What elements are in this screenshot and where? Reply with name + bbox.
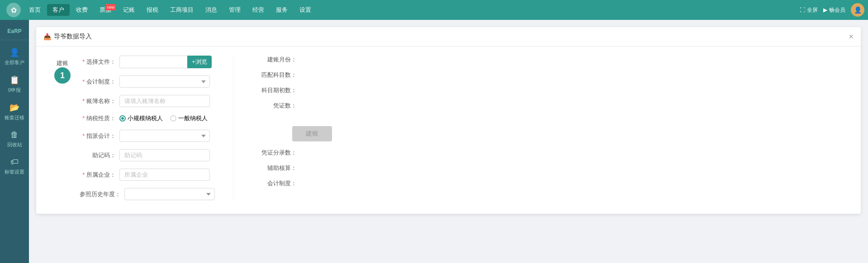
- fullscreen-icon: ⛶: [800, 7, 805, 13]
- sidebar-item-label: 0申报: [8, 87, 21, 94]
- radio-dot-general: [170, 115, 176, 122]
- sidebar-item-label: 账套迁移: [5, 114, 24, 121]
- memo-input[interactable]: [119, 149, 210, 161]
- radio-general[interactable]: 一般纳税人: [170, 114, 208, 122]
- tag-settings-icon: 🏷: [10, 157, 19, 167]
- nav-item-经营[interactable]: 经营: [247, 4, 270, 16]
- nav-item-首页[interactable]: 首页: [24, 4, 46, 16]
- top-nav: ✿ 首页客户收费票据new记账报税工商项目消息管理经营服务设置 ⛶ 全屏 ▶ 畅…: [0, 0, 868, 20]
- tax-type-row: 纳税性质： 小规模纳税人 一般纳税人: [80, 114, 215, 122]
- main-layout: EaRP 👤 全部客户 📋 0申报 📂 账套迁移 🗑 回收站 🏷 标签设置: [0, 20, 868, 263]
- accounting-system-select[interactable]: [119, 75, 210, 88]
- logo-icon: ✿: [6, 3, 21, 17]
- nav-item-消息[interactable]: 消息: [200, 4, 223, 16]
- info-accounting-system-row: 会计制度：: [261, 179, 364, 188]
- match-subjects-label: 匹配科目数：: [261, 71, 297, 79]
- sidebar-item-account-transfer[interactable]: 📂 账套迁移: [0, 99, 29, 125]
- nav-item-客户[interactable]: 客户: [47, 4, 70, 16]
- panel-title: 导爷数据导入: [54, 33, 92, 41]
- ledger-name-input[interactable]: [119, 95, 210, 107]
- sidebar-item-declare[interactable]: 📋 0申报: [0, 71, 29, 97]
- form-grid: 选择文件： +浏览 会计制度：: [80, 56, 215, 200]
- app-logo: ✿: [4, 0, 24, 20]
- ledger-name-label: 账簿名称：: [80, 97, 116, 105]
- company-row: 所属企业：: [80, 169, 215, 181]
- radio-label-general: 一般纳税人: [178, 114, 208, 122]
- match-subjects-row: 匹配科目数：: [261, 71, 364, 79]
- avatar-icon: 👤: [854, 6, 862, 14]
- avatar[interactable]: 👤: [851, 3, 864, 17]
- file-row: 选择文件： +浏览: [80, 56, 215, 68]
- create-button-wrapper: 建账: [261, 122, 364, 141]
- history-year-row: 参照历史年度：: [80, 188, 215, 200]
- info-accounting-system-label: 会计制度：: [261, 179, 297, 188]
- tax-type-radio-group: 小规模纳税人 一般纳税人: [119, 114, 208, 122]
- accounting-system-label: 会计制度：: [80, 78, 116, 86]
- account-month-label: 建账月份：: [261, 56, 297, 64]
- step-circle: 1: [54, 67, 71, 84]
- nav-item-记账[interactable]: 记账: [118, 4, 140, 16]
- panel-header-left: 📥 导爷数据导入: [43, 33, 92, 41]
- sidebar-item-label: 标签设置: [5, 169, 24, 175]
- sidebar-item-label: 全部客户: [5, 59, 24, 66]
- browse-button[interactable]: +浏览: [187, 56, 212, 68]
- radio-small-scale[interactable]: 小规模纳税人: [119, 114, 163, 122]
- fullscreen-label: 全屏: [807, 6, 818, 14]
- step-indicator: 建账 1: [54, 56, 71, 200]
- badge-new: new: [105, 4, 116, 10]
- accountant-select[interactable]: [119, 130, 210, 142]
- file-input-group: +浏览: [119, 56, 212, 68]
- nav-item-收费[interactable]: 收费: [71, 4, 93, 16]
- nav-item-票据[interactable]: 票据new: [94, 4, 117, 16]
- member-button[interactable]: ▶ 畅会员: [823, 6, 845, 14]
- nav-item-服务[interactable]: 服务: [270, 4, 293, 16]
- sidebar-item-all-clients[interactable]: 👤 全部客户: [0, 44, 29, 70]
- radio-label-small-scale: 小规模纳税人: [128, 114, 163, 122]
- file-input[interactable]: [119, 56, 187, 68]
- sidebar-item-recycle[interactable]: 🗑 回收站: [0, 127, 29, 152]
- member-label: 畅会员: [829, 6, 845, 14]
- create-button[interactable]: 建账: [292, 126, 332, 141]
- accountant-row: 指派会计：: [80, 130, 215, 142]
- radio-dot-small-scale: [119, 115, 126, 122]
- sidebar: EaRP 👤 全部客户 📋 0申报 📂 账套迁移 🗑 回收站 🏷 标签设置: [0, 20, 29, 263]
- content-area: 📥 导爷数据导入 × 建账 1 选择文件：: [29, 20, 868, 263]
- tax-type-label: 纳税性质：: [80, 114, 116, 122]
- close-button[interactable]: ×: [849, 33, 854, 41]
- nav-items: 首页客户收费票据new记账报税工商项目消息管理经营服务设置: [24, 4, 800, 16]
- form-section: 建账 1 选择文件： +浏览: [54, 56, 215, 200]
- history-year-select[interactable]: [124, 188, 215, 200]
- file-label: 选择文件：: [80, 58, 116, 66]
- member-icon: ▶: [823, 7, 827, 13]
- aux-accounting-label: 辅助核算：: [261, 164, 297, 172]
- subject-init-label: 科目期初数：: [261, 86, 297, 94]
- sidebar-item-tag-settings[interactable]: 🏷 标签设置: [0, 154, 29, 179]
- accounting-system-row: 会计制度：: [80, 75, 215, 88]
- nav-right: ⛶ 全屏 ▶ 畅会员 👤: [800, 3, 864, 17]
- voucher-count-row: 凭证数：: [261, 102, 364, 110]
- nav-item-设置[interactable]: 设置: [294, 4, 317, 16]
- info-panel: 建账月份： 匹配科目数： 科目期初数： 凭证数：: [233, 56, 364, 200]
- sidebar-logo: EaRP: [0, 24, 29, 40]
- declare-icon: 📋: [9, 75, 19, 85]
- account-month-row: 建账月份：: [261, 56, 364, 64]
- panel: 📥 导爷数据导入 × 建账 1 选择文件：: [36, 27, 861, 214]
- panel-title-icon: 📥: [43, 33, 51, 40]
- nav-item-管理[interactable]: 管理: [223, 4, 246, 16]
- history-year-label: 参照历史年度：: [80, 190, 121, 198]
- panel-body: 建账 1 选择文件： +浏览: [36, 47, 861, 214]
- nav-item-工商项目[interactable]: 工商项目: [165, 4, 199, 16]
- account-transfer-icon: 📂: [9, 103, 19, 113]
- aux-accounting-row: 辅助核算：: [261, 164, 364, 172]
- sidebar-item-label: 回收站: [7, 141, 22, 148]
- panel-header: 📥 导爷数据导入 ×: [36, 27, 861, 47]
- ledger-name-row: 账簿名称：: [80, 95, 215, 107]
- voucher-entries-row: 凭证分录数：: [261, 149, 364, 157]
- company-input[interactable]: [119, 169, 210, 181]
- nav-item-报税[interactable]: 报税: [141, 4, 164, 16]
- all-clients-icon: 👤: [9, 47, 19, 57]
- recycle-icon: 🗑: [10, 130, 19, 140]
- fullscreen-button[interactable]: ⛶ 全屏: [800, 6, 818, 14]
- memo-label: 助记码：: [80, 151, 116, 160]
- step-label: 建账: [57, 59, 68, 67]
